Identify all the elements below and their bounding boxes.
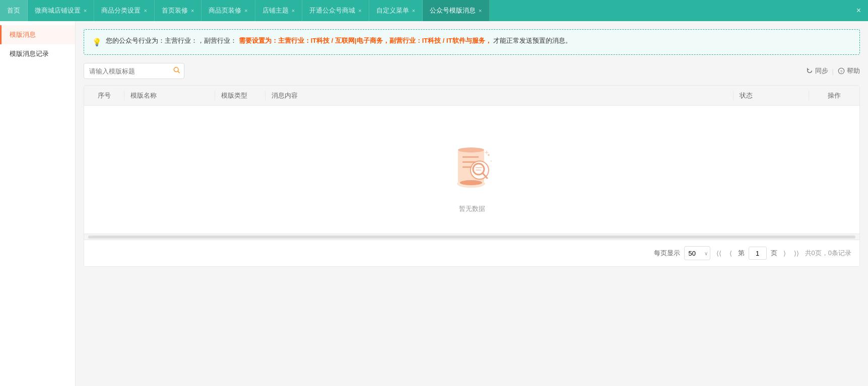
scroll-bar[interactable]: [84, 234, 859, 240]
main-layout: 模版消息 模版消息记录 💡 您的公众号行业为：主营行业：，副营行业： 需要设置为…: [0, 21, 868, 386]
nav-tab-custom-menu[interactable]: 自定义菜单 ×: [369, 0, 423, 21]
col-header-seq: 序号: [84, 91, 124, 100]
svg-line-1: [178, 71, 179, 73]
svg-point-17: [488, 154, 490, 156]
help-label: 帮助: [847, 66, 860, 75]
nav-tab-open-mall-label: 开通公众号商城: [309, 6, 355, 15]
page-number-input[interactable]: [749, 247, 767, 260]
sidebar: 模版消息 模版消息记录: [0, 21, 76, 386]
sidebar-item-template-record[interactable]: 模版消息记录: [0, 44, 75, 63]
nav-tab-store-theme-close[interactable]: ×: [292, 8, 295, 14]
nav-tab-store-settings-label: 微商城店铺设置: [35, 6, 81, 15]
svg-point-18: [490, 161, 492, 162]
sync-label: 同步: [815, 66, 828, 75]
sync-icon: [806, 67, 813, 74]
search-left: [84, 63, 184, 79]
col-header-type: 模版类型: [215, 91, 265, 100]
page-size-select[interactable]: 10 20 50 100: [684, 246, 710, 260]
nav-tab-home-label: 首页: [7, 6, 20, 15]
nav-tab-store-settings-close[interactable]: ×: [84, 8, 87, 14]
page-total: 共0页，0条记录: [805, 249, 851, 258]
search-divider: |: [832, 67, 834, 75]
nav-tab-homepage-close[interactable]: ×: [191, 8, 194, 14]
page-suffix: 页: [771, 249, 777, 258]
svg-point-8: [460, 180, 482, 185]
notice-text-after: 才能正常发送预置的消息。: [493, 37, 572, 44]
nav-tab-template-msg-close[interactable]: ×: [479, 8, 482, 14]
nav-tab-store-theme[interactable]: 店铺主题 ×: [255, 0, 302, 21]
page-size-label: 每页显示: [654, 249, 680, 258]
nav-tab-home[interactable]: 首页: [0, 0, 28, 21]
nav-tab-product-label: 商品页装修: [209, 6, 241, 15]
nav-tab-product-close[interactable]: ×: [244, 8, 247, 14]
nav-tab-custom-menu-close[interactable]: ×: [412, 8, 415, 14]
table-header: 序号 模版名称 模版类型 消息内容 状态 操作: [84, 86, 859, 106]
svg-point-7: [458, 147, 484, 152]
page-first-button[interactable]: ⟨⟨: [714, 249, 723, 258]
empty-state: 暂无数据: [84, 106, 859, 234]
notice-box: 💡 您的公众号行业为：主营行业：，副营行业： 需要设置为：主营行业：IT科技 /…: [84, 29, 860, 55]
nav-tab-open-mall-close[interactable]: ×: [358, 8, 361, 14]
search-icon: [173, 67, 180, 74]
page-next-button[interactable]: ⟩: [781, 249, 788, 258]
col-header-name: 模版名称: [124, 91, 215, 100]
col-header-content: 消息内容: [265, 91, 733, 100]
nav-tab-template-msg-label: 公众号模版消息: [430, 6, 476, 15]
search-input[interactable]: [84, 63, 184, 79]
nav-tab-category-settings-label: 商品分类设置: [101, 6, 141, 15]
page-label: 第: [738, 249, 745, 258]
sidebar-item-template-record-label: 模版消息记录: [10, 50, 49, 57]
search-input-wrap: [84, 63, 184, 79]
sync-button[interactable]: 同步: [806, 66, 828, 75]
notice-text-before: 您的公众号行业为：主营行业：，副营行业：: [106, 37, 237, 44]
nav-tab-custom-menu-label: 自定义菜单: [376, 6, 409, 15]
empty-text: 暂无数据: [459, 204, 485, 213]
help-button[interactable]: ? 帮助: [838, 66, 860, 75]
nav-tab-homepage-label: 首页装修: [162, 6, 188, 15]
pagination: 每页显示 10 20 50 100 ⟨⟨ ⟨ 第 页 ⟩ ⟩⟩ 共0页，0条记录: [84, 240, 859, 266]
sidebar-item-template-msg-label: 模版消息: [10, 31, 36, 38]
page-last-button[interactable]: ⟩⟩: [792, 249, 801, 258]
col-header-action: 操作: [809, 91, 859, 100]
nav-tab-homepage-decoration[interactable]: 首页装修 ×: [155, 0, 202, 21]
top-nav: 首页 微商城店铺设置 × 商品分类设置 × 首页装修 × 商品页装修 × 店铺主…: [0, 0, 868, 21]
search-bar: 同步 | ? 帮助: [84, 63, 860, 79]
content-area: 💡 您的公众号行业为：主营行业：，副营行业： 需要设置为：主营行业：IT科技 /…: [76, 21, 868, 386]
nav-close-all-button[interactable]: ×: [849, 6, 868, 15]
scroll-track[interactable]: [88, 236, 855, 239]
nav-tab-category-settings[interactable]: 商品分类设置 ×: [94, 0, 154, 21]
search-button[interactable]: [173, 67, 180, 75]
data-table: 序号 模版名称 模版类型 消息内容 状态 操作: [84, 85, 860, 267]
col-header-status: 状态: [733, 91, 809, 100]
notice-bulb-icon: 💡: [92, 36, 102, 48]
nav-tab-store-settings[interactable]: 微商城店铺设置 ×: [28, 0, 94, 21]
nav-tab-template-msg[interactable]: 公众号模版消息 ×: [423, 0, 489, 21]
page-prev-button[interactable]: ⟨: [727, 249, 734, 258]
nav-tab-category-close[interactable]: ×: [144, 8, 147, 14]
nav-tab-store-theme-label: 店铺主题: [262, 6, 289, 15]
empty-illustration: [442, 136, 502, 196]
nav-tab-open-mall[interactable]: 开通公众号商城 ×: [302, 0, 369, 21]
sidebar-item-template-msg[interactable]: 模版消息: [0, 25, 75, 44]
notice-highlight-text: 需要设置为：主营行业：IT科技 / 互联网|电子商务，副营行业：IT科技 / I…: [239, 37, 492, 44]
nav-tab-product-decoration[interactable]: 商品页装修 ×: [202, 0, 255, 21]
page-size-select-wrap[interactable]: 10 20 50 100: [684, 246, 710, 260]
notice-text: 您的公众号行业为：主营行业：，副营行业： 需要设置为：主营行业：IT科技 / 互…: [106, 36, 572, 46]
help-icon: ?: [838, 67, 845, 74]
search-right: 同步 | ? 帮助: [806, 66, 860, 75]
svg-text:?: ?: [840, 69, 843, 74]
